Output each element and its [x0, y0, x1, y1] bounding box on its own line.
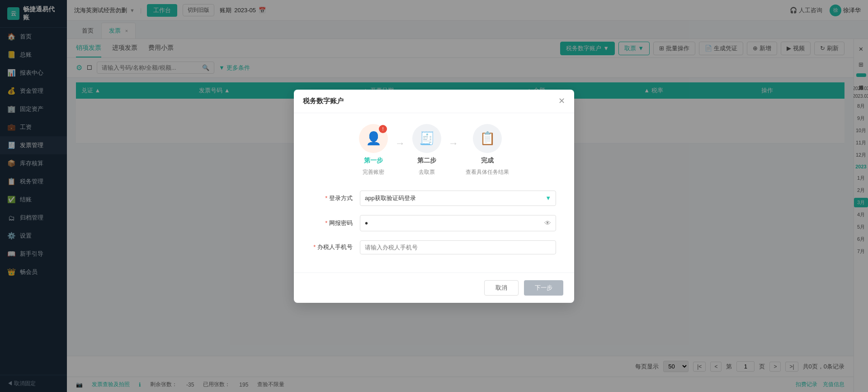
step-1-icon-wrap: 👤 !: [359, 124, 388, 153]
cancel-button[interactable]: 取消: [484, 280, 519, 296]
modal-overlay: 税务数字账户 ✕ 👤 ! 第一步 完善账密 →: [0, 0, 868, 392]
phone-row: * 办税人手机号: [312, 240, 556, 254]
step-2-sub: 去取票: [419, 168, 435, 176]
modal-footer: 取消 下一步: [294, 272, 574, 303]
phone-label: * 办税人手机号: [312, 243, 353, 251]
password-label: * 网报密码: [312, 219, 353, 227]
step-arrow-1: →: [395, 138, 405, 162]
step-1-badge: !: [379, 125, 387, 133]
step-3-icon: 📋: [480, 131, 495, 146]
modal-body: 👤 ! 第一步 完善账密 → 🧾 第二步 去取票 →: [294, 113, 574, 272]
password-field[interactable]: • 👁: [360, 215, 556, 231]
step-2-label: 第二步: [417, 157, 436, 165]
steps-row: 👤 ! 第一步 完善账密 → 🧾 第二步 去取票 →: [312, 124, 556, 176]
login-method-select[interactable]: app获取验证码登录 ▼: [360, 191, 556, 206]
phone-field[interactable]: [360, 240, 556, 254]
login-method-value: app获取验证码登录: [365, 194, 416, 202]
password-row: * 网报密码 • 👁: [312, 215, 556, 231]
phone-required-star: *: [313, 244, 316, 250]
step-1-label: 第一步: [364, 157, 383, 165]
step-arrow-2: →: [448, 138, 458, 162]
modal-header: 税务数字账户 ✕: [294, 90, 574, 113]
login-method-label: * 登录方式: [312, 194, 353, 202]
modal-close-button[interactable]: ✕: [558, 97, 565, 105]
select-chevron-icon: ▼: [545, 195, 551, 201]
required-star: *: [325, 195, 327, 201]
step-1-icon: 👤: [366, 131, 382, 146]
phone-input[interactable]: [365, 244, 551, 251]
password-required-star: *: [325, 220, 327, 226]
login-method-row: * 登录方式 app获取验证码登录 ▼: [312, 191, 556, 206]
step-3: 📋 完成 查看具体任务结果: [466, 124, 509, 176]
step-2-icon-wrap: 🧾: [412, 124, 441, 153]
password-dot: •: [365, 219, 369, 228]
step-3-label: 完成: [481, 157, 494, 165]
modal-title: 税务数字账户: [303, 97, 344, 105]
next-step-button[interactable]: 下一步: [524, 280, 563, 296]
step-2-icon: 🧾: [419, 131, 435, 146]
step-3-icon-wrap: 📋: [473, 124, 502, 153]
step-1: 👤 ! 第一步 完善账密: [359, 124, 388, 176]
tax-account-modal: 税务数字账户 ✕ 👤 ! 第一步 完善账密 →: [294, 90, 574, 303]
eye-icon[interactable]: 👁: [544, 219, 551, 227]
step-3-sub: 查看具体任务结果: [466, 168, 509, 176]
step-2: 🧾 第二步 去取票: [412, 124, 441, 176]
step-1-sub: 完善账密: [363, 168, 384, 176]
